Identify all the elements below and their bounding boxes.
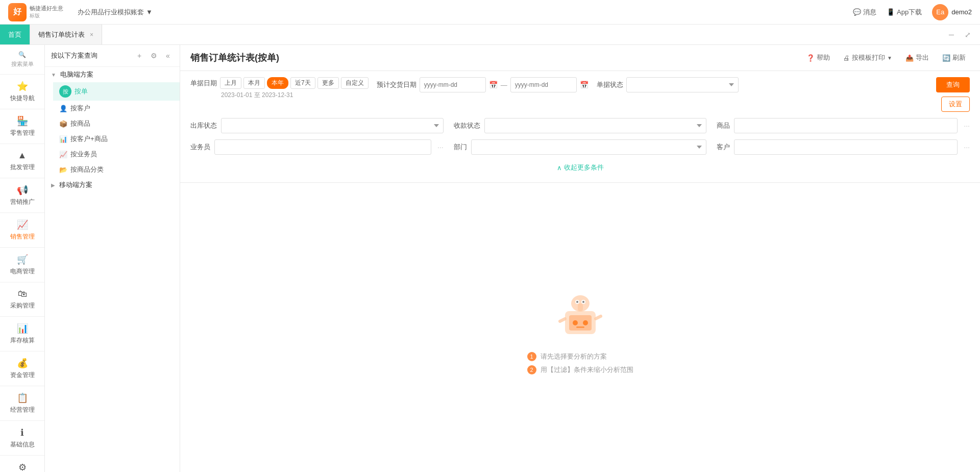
tab-home[interactable]: 首页 bbox=[0, 25, 30, 44]
sidebar-item-purchase[interactable]: 🛍 采购管理 bbox=[0, 282, 44, 317]
refresh-button[interactable]: 🔄 刷新 bbox=[938, 51, 970, 64]
date-btn-this-year[interactable]: 本年 bbox=[267, 77, 288, 89]
tree-item-product-label: 按商品 bbox=[70, 119, 90, 128]
sidebar-item-ecommerce[interactable]: 🛒 电商管理 bbox=[0, 248, 44, 282]
message-button[interactable]: 💬 消息 bbox=[853, 8, 876, 17]
sidebar-basic-label: 基础信息 bbox=[10, 440, 35, 449]
delivery-status-select[interactable] bbox=[221, 118, 444, 133]
expected-date-to-input[interactable] bbox=[510, 77, 577, 92]
content-area: 按以下方案查询 + ⚙ « ▼ 电脑端方案 bbox=[45, 45, 980, 472]
tree-item-salesman[interactable]: 📈 按业务员 bbox=[53, 147, 180, 162]
query-button[interactable]: 查询 bbox=[936, 77, 970, 92]
sidebar-item-marketing[interactable]: 📢 营销推广 bbox=[0, 178, 44, 213]
tab-active-label: 销售订单统计表 bbox=[38, 30, 85, 39]
wholesale-icon: ▲ bbox=[18, 150, 27, 161]
sidebar-item-quick-nav[interactable]: ⭐ 快捷导航 bbox=[0, 75, 44, 109]
filter-date-top: 单据日期 上月 本月 本年 近7天 更多 自定义 bbox=[190, 77, 369, 89]
filter-row-1: 单据日期 上月 本月 本年 近7天 更多 自定义 2023-01-01 至 20… bbox=[190, 77, 970, 112]
tab-close-icon[interactable]: × bbox=[90, 31, 93, 38]
sidebar-item-finance[interactable]: 💰 资金管理 bbox=[0, 351, 44, 386]
industry-selector[interactable]: 办公用品行业模拟账套 ▼ bbox=[78, 8, 153, 17]
date-btn-this-month[interactable]: 本月 bbox=[243, 77, 265, 89]
page-actions: ❓ 帮助 🖨 按模板打印 ▼ 📤 导出 🔄 bbox=[802, 51, 970, 64]
empty-tips: 1 请先选择要分析的方案 2 用【过滤】条件来缩小分析范围 bbox=[527, 352, 633, 374]
collapse-icon: « bbox=[166, 52, 170, 60]
svg-point-2 bbox=[573, 320, 578, 325]
sidebar-item-inventory[interactable]: 📊 库存核算 bbox=[0, 317, 44, 351]
empty-tip-1: 1 请先选择要分析的方案 bbox=[527, 352, 633, 361]
doc-status-select[interactable] bbox=[626, 77, 739, 92]
tree-mobile-label[interactable]: ▶ 移动端方案 bbox=[45, 177, 180, 193]
salesman-more-icon[interactable]: ··· bbox=[437, 143, 444, 151]
tip-text-2: 用【过滤】条件来缩小分析范围 bbox=[541, 365, 633, 374]
date-btn-last-month[interactable]: 上月 bbox=[220, 77, 241, 89]
sidebar-item-wholesale[interactable]: ▲ 批发管理 bbox=[0, 144, 44, 178]
topbar-right: 💬 消息 📱 App下载 Ea demo2 bbox=[853, 4, 972, 20]
delivery-status-group: 出库状态 bbox=[190, 118, 444, 133]
scheme-settings-button[interactable]: ⚙ bbox=[148, 50, 159, 61]
tab-sales-order-stats[interactable]: 销售订单统计表 × bbox=[30, 25, 102, 44]
print-icon: 🖨 bbox=[843, 54, 850, 62]
user-area[interactable]: Ea demo2 bbox=[932, 4, 972, 20]
app-download-button[interactable]: 📱 App下载 bbox=[887, 8, 922, 17]
collapse-bar[interactable]: ∧ 收起更多条件 bbox=[190, 159, 970, 176]
sidebar-item-operation[interactable]: 📋 经营管理 bbox=[0, 386, 44, 421]
salesman-input[interactable] bbox=[214, 139, 431, 155]
export-button[interactable]: 📤 导出 bbox=[901, 51, 933, 64]
refresh-icon: 🔄 bbox=[942, 54, 950, 62]
customer-more-icon[interactable]: ··· bbox=[964, 143, 970, 151]
tree-item-product[interactable]: 📦 按商品 bbox=[53, 116, 180, 131]
collapse-panel-button[interactable]: « bbox=[162, 50, 174, 61]
customer-input[interactable] bbox=[734, 139, 958, 155]
department-select[interactable] bbox=[471, 139, 707, 155]
page-title-row: 销售订单统计表(按单) ❓ 帮助 🖨 按模板打印 ▼ 📤 bbox=[190, 51, 970, 64]
product-more-icon[interactable]: ··· bbox=[964, 122, 970, 130]
sidebar-item-retail[interactable]: 🏪 零售管理 bbox=[0, 109, 44, 144]
product-filter-label: 商品 bbox=[717, 121, 730, 130]
product-tree-icon: 📦 bbox=[59, 120, 67, 128]
sidebar-operation-label: 经营管理 bbox=[10, 406, 35, 414]
svg-line-12 bbox=[596, 316, 601, 319]
sidebar-search-area[interactable]: 🔍 搜索菜单 bbox=[0, 45, 44, 75]
chevron-down-icon: ▼ bbox=[146, 8, 153, 16]
tree-pc-label[interactable]: ▼ 电脑端方案 bbox=[45, 67, 180, 82]
customer-label: 客户 bbox=[717, 143, 730, 152]
tree-item-prod-cat[interactable]: 📂 按商品分类 bbox=[53, 162, 180, 177]
sidebar-item-system[interactable]: ⚙ 系统管理 bbox=[0, 456, 44, 472]
product-filter-input[interactable] bbox=[734, 118, 958, 133]
template-print-button[interactable]: 🖨 按模板打印 ▼ bbox=[839, 51, 896, 64]
tabbar-fullscreen-icon[interactable]: ⤢ bbox=[962, 29, 974, 41]
tabbar-minimize-icon[interactable]: ─ bbox=[945, 29, 958, 41]
date-btn-custom[interactable]: 自定义 bbox=[341, 77, 369, 89]
date-btn-more[interactable]: 更多 bbox=[317, 77, 339, 89]
industry-name: 办公用品行业模拟账套 bbox=[78, 8, 144, 17]
add-scheme-button[interactable]: + bbox=[134, 50, 145, 61]
settings-button[interactable]: 设置 bbox=[941, 97, 970, 112]
tree-item-customer[interactable]: 👤 按客户 bbox=[53, 101, 180, 116]
sidebar-item-basic[interactable]: ℹ 基础信息 bbox=[0, 421, 44, 456]
date-buttons: 上月 本月 本年 近7天 更多 自定义 bbox=[220, 77, 369, 89]
sidebar-marketing-label: 营销推广 bbox=[10, 198, 35, 206]
page-header: 销售订单统计表(按单) ❓ 帮助 🖨 按模板打印 ▼ 📤 bbox=[180, 45, 980, 71]
empty-svg bbox=[550, 280, 611, 342]
empty-tip-2: 2 用【过滤】条件来缩小分析范围 bbox=[527, 365, 633, 374]
customer-group: 客户 ··· bbox=[717, 139, 970, 155]
tree-item-customer-label: 按客户 bbox=[70, 104, 90, 113]
help-button[interactable]: ❓ 帮助 bbox=[802, 51, 834, 64]
tree-item-cust-prod[interactable]: 📊 按客户+商品 bbox=[53, 131, 180, 147]
tree-item-prod-cat-label: 按商品分类 bbox=[70, 165, 104, 174]
export-icon: 📤 bbox=[905, 54, 914, 62]
calendar-from-icon[interactable]: 📅 bbox=[489, 81, 498, 89]
tree-pc-section: ▼ 电脑端方案 按 按单 👤 按客户 📦 bbox=[45, 67, 180, 177]
calendar-to-icon[interactable]: 📅 bbox=[580, 81, 589, 89]
doc-status-label: 单据状态 bbox=[597, 80, 623, 89]
expected-date-from-input[interactable] bbox=[420, 77, 486, 92]
sidebar-retail-label: 零售管理 bbox=[10, 129, 35, 137]
sidebar-item-sales[interactable]: 📈 销售管理 bbox=[0, 213, 44, 248]
payment-status-select[interactable] bbox=[484, 118, 707, 133]
date-btn-last-7days[interactable]: 近7天 bbox=[290, 77, 315, 89]
svg-point-9 bbox=[576, 301, 578, 303]
tree-item-order[interactable]: 按 按单 bbox=[53, 82, 180, 101]
tree-item-cust-prod-label: 按客户+商品 bbox=[70, 134, 108, 144]
filter-row-3: 业务员 ··· 部门 客户 ··· bbox=[190, 139, 970, 155]
